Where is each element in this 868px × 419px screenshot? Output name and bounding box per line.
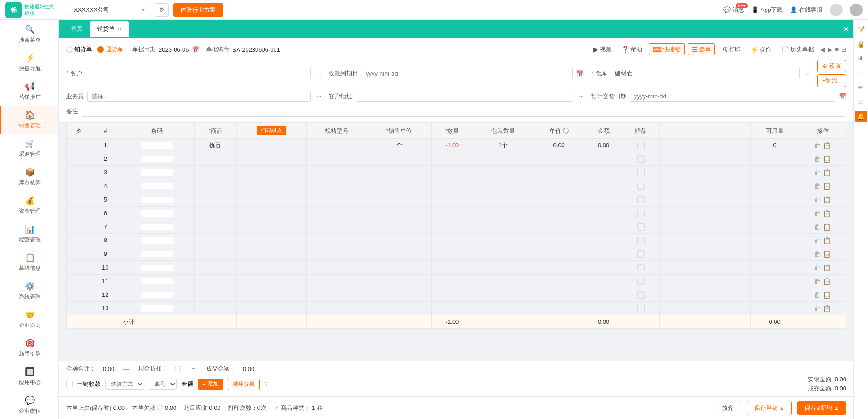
payment-due-input[interactable] <box>362 68 573 79</box>
app-download-btn[interactable]: 📱 App下载 <box>752 6 783 14</box>
close-all-tabs-icon[interactable]: ✕ <box>843 25 849 34</box>
logistics-button[interactable]: +物流 <box>817 74 846 87</box>
sidebar-item-inventory[interactable]: 📦 库存核算 <box>0 163 58 191</box>
message-btn[interactable]: 💬 消息 99+ <box>723 6 744 14</box>
copy-row-icon[interactable]: 📋 <box>823 237 831 244</box>
customer-input[interactable] <box>86 68 311 79</box>
sidebar-item-system[interactable]: ⚙️ 系统管理 <box>0 277 58 305</box>
sidebar-item-collab[interactable]: 🤝 企业协同 <box>0 305 58 334</box>
toolbar-select[interactable]: ☰ 选单 <box>688 43 715 55</box>
nav-prev-icon[interactable]: ◀ <box>820 46 825 53</box>
notes-input[interactable] <box>82 106 846 117</box>
nav-next-icon[interactable]: ▶ <box>828 46 832 53</box>
delete-row-icon[interactable]: 🗑 <box>814 237 820 244</box>
account-select[interactable]: 账号 <box>149 379 177 390</box>
sidebar-item-purchase[interactable]: 🛒 采购管理 <box>0 134 58 163</box>
delete-row-icon[interactable]: 🗑 <box>814 196 820 203</box>
copy-row-icon[interactable]: 📋 <box>823 223 831 231</box>
sidebar-item-marketing[interactable]: 📢 营销推广 <box>0 77 58 106</box>
delivery-calendar-icon[interactable]: 📅 <box>839 93 846 100</box>
delete-row-icon[interactable]: 🗑 <box>814 305 820 312</box>
sidebar-item-apps[interactable]: 🔲 应用中心 <box>0 362 58 391</box>
delivery-date-input[interactable] <box>630 91 835 102</box>
copy-row-icon[interactable]: 📋 <box>823 155 831 163</box>
copy-row-icon[interactable]: 📋 <box>823 291 831 299</box>
right-panel-star-btn[interactable]: ☆ <box>855 96 867 108</box>
sidebar-item-guide[interactable]: 🎯 新手引导 <box>0 334 58 362</box>
tab-sales-order[interactable]: 销货单 ✕ <box>90 21 129 37</box>
tab-close-icon[interactable]: ✕ <box>117 26 121 32</box>
delete-row-icon[interactable]: 🗑 <box>814 264 820 271</box>
settings-button[interactable]: ⚙ 设置 <box>817 60 846 72</box>
balance-help-icon[interactable]: ⓘ <box>157 404 163 412</box>
experience-button[interactable]: 体验行业方案 <box>173 3 223 17</box>
toolbar-help[interactable]: ❓ 帮助 <box>618 44 646 55</box>
delete-row-icon[interactable]: 🗑 <box>814 210 820 217</box>
delete-row-icon[interactable]: 🗑 <box>814 291 820 299</box>
col-header-scan[interactable]: 扫码录入 <box>237 123 307 139</box>
list-view-icon[interactable]: ≡ <box>835 46 839 53</box>
warehouse-input[interactable] <box>611 68 800 79</box>
date-calendar-icon[interactable]: 📅 <box>192 46 199 53</box>
right-panel-note-btn[interactable]: 📝 <box>855 24 867 35</box>
sidebar-item-sales[interactable]: 🏠 销售管理 <box>0 106 58 134</box>
help-circle-icon[interactable]: ⓘ <box>175 365 181 373</box>
address-more-icon[interactable]: ··· <box>579 93 584 100</box>
customer-address-input[interactable] <box>356 91 573 102</box>
delete-row-icon[interactable]: 🗑 <box>814 169 820 176</box>
settings-icon[interactable]: ⚙ <box>155 3 169 17</box>
copy-row-icon[interactable]: 📋 <box>823 305 831 312</box>
payment-help-icon[interactable]: ? <box>264 380 268 388</box>
copy-row-icon[interactable]: 📋 <box>823 210 831 217</box>
one-click-payment-checkbox[interactable] <box>66 381 73 387</box>
discard-button[interactable]: 放弃 <box>714 401 741 415</box>
copy-row-icon[interactable]: 📋 <box>823 169 831 176</box>
toolbar-operate[interactable]: ⚡ 操作 <box>747 44 775 55</box>
copy-row-icon[interactable]: 📋 <box>823 183 831 190</box>
grid-view-icon[interactable]: ⊞ <box>841 46 846 53</box>
customer-more-icon[interactable]: ··· <box>316 70 321 77</box>
toolbar-history[interactable]: 📄 历史单据 <box>778 44 818 55</box>
sidebar-item-quick-nav[interactable]: ⚡ 快捷导航 <box>0 48 58 77</box>
delete-row-icon[interactable]: 🗑 <box>814 183 820 190</box>
right-panel-lock-btn[interactable]: 🔒 <box>855 38 867 50</box>
toolbar-video[interactable]: ▶ 视频 <box>590 44 615 55</box>
online-service-btn[interactable]: 👤 在线客服 <box>790 6 823 14</box>
scan-button[interactable]: 扫码录入 <box>257 126 286 135</box>
toolbar-print[interactable]: 🖨 打印 <box>718 44 744 55</box>
delete-row-icon[interactable]: 🗑 <box>814 142 820 149</box>
copy-row-icon[interactable]: 📋 <box>823 142 831 149</box>
save-new-button[interactable]: 保存&新增 ▲ <box>797 401 846 415</box>
delete-row-icon[interactable]: 🗑 <box>814 250 820 258</box>
right-panel-notify-btn[interactable]: 🔔 <box>855 111 867 122</box>
col-header-settings[interactable]: ⚙ <box>67 123 92 139</box>
toolbar-shortcut[interactable]: ⌨ 快捷键 <box>649 43 685 55</box>
payment-due-calendar-icon[interactable]: 📅 <box>577 70 584 77</box>
sidebar-item-wechat[interactable]: 💬 企业微信 <box>0 391 58 419</box>
right-panel-eye-btn[interactable]: 👁 <box>855 53 867 64</box>
expense-split-button[interactable]: 费用分摊 <box>228 379 260 390</box>
warehouse-more-icon[interactable]: ··· <box>805 70 810 77</box>
salesperson-more-icon[interactable]: ··· <box>316 93 321 100</box>
copy-row-icon[interactable]: 📋 <box>823 250 831 258</box>
delete-row-icon[interactable]: 🗑 <box>814 278 820 285</box>
copy-row-icon[interactable]: 📋 <box>823 264 831 271</box>
tab-home[interactable]: 首页 <box>63 21 90 37</box>
avatar[interactable] <box>830 4 843 16</box>
delete-row-icon[interactable]: 🗑 <box>814 155 820 163</box>
company-selector[interactable]: XXXXXX公司 ▼ <box>69 4 150 16</box>
copy-row-icon[interactable]: 📋 <box>823 196 831 203</box>
sidebar-item-basics[interactable]: 📋 基础信息 <box>0 248 58 277</box>
delete-row-icon[interactable]: 🗑 <box>814 223 820 231</box>
radio-sales-order[interactable]: 销货单 <box>66 45 92 53</box>
copy-row-icon[interactable]: 📋 <box>823 278 831 285</box>
avatar-secondary[interactable] <box>850 4 863 16</box>
sidebar-item-operations[interactable]: 📊 经营管理 <box>0 220 58 248</box>
save-draft-button[interactable]: 保存草稿 ▲ <box>747 401 792 415</box>
salesperson-input[interactable] <box>87 91 311 102</box>
settlement-method-select[interactable]: 结算方式 <box>105 379 144 390</box>
add-payment-button[interactable]: + 添加 <box>198 379 223 390</box>
sidebar-item-search[interactable]: 🔍 搜索菜单 <box>0 20 58 48</box>
radio-return-order[interactable]: 退货单 <box>97 45 123 53</box>
right-panel-edit-btn[interactable]: ✏ <box>855 82 867 93</box>
